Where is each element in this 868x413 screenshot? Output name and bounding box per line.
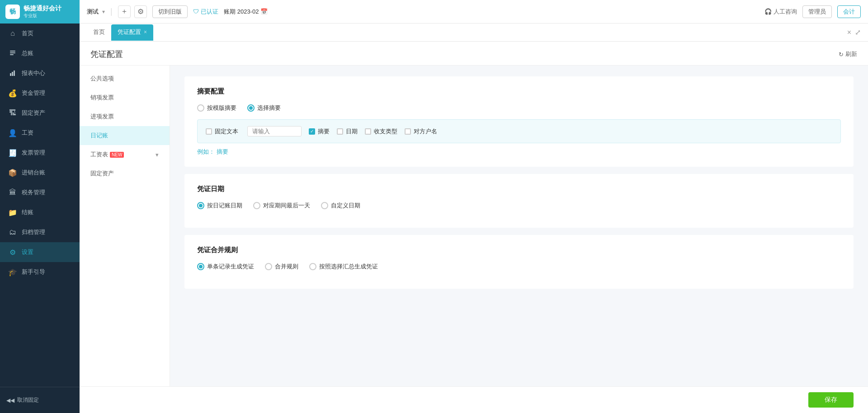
sidebar-item-label: 总账 bbox=[22, 49, 33, 57]
sidebar-item-ledger[interactable]: 总账 bbox=[0, 43, 80, 63]
cancel-pin-button[interactable]: ◀◀ 取消固定 bbox=[0, 392, 80, 408]
period-value: 2023-02 bbox=[237, 8, 259, 15]
page: 凭证配置 ↻ 刷新 公共选项 销项发票 进项发票 bbox=[80, 42, 868, 413]
consult-button[interactable]: 🎧 人工咨询 bbox=[764, 8, 797, 16]
date-section: 凭证日期 按日记账日期 对应期间最后一天 bbox=[184, 174, 854, 228]
sidebar-item-closing[interactable]: 📁 结账 bbox=[0, 202, 80, 222]
settings-button[interactable]: ⚙ bbox=[134, 5, 147, 18]
nav-item-fixed-assets-config[interactable]: 固定资产 bbox=[80, 164, 170, 183]
add-button[interactable]: ＋ bbox=[118, 5, 131, 18]
sidebar-item-purchase-sales[interactable]: 📦 进销台账 bbox=[0, 163, 80, 183]
radio-period-last-day[interactable]: 对应期间最后一天 bbox=[253, 202, 310, 210]
topbar-actions: ＋ ⚙ bbox=[118, 5, 147, 18]
tab-voucher-config[interactable]: 凭证配置 × bbox=[111, 24, 153, 41]
sidebar-item-label: 资金管理 bbox=[22, 89, 45, 97]
ledger-icon bbox=[8, 49, 17, 58]
fixed-text-input[interactable] bbox=[247, 126, 302, 136]
sidebar-item-archive[interactable]: 🗂 归档管理 bbox=[0, 222, 80, 242]
radio-diary-circle bbox=[197, 202, 204, 209]
sidebar-item-invoice[interactable]: 🧾 发票管理 bbox=[0, 143, 80, 163]
app-logo-icon: 畅 bbox=[5, 5, 20, 19]
summary-checkbox-row: 固定文本 摘要 日期 bbox=[197, 119, 841, 143]
refresh-button[interactable]: ↻ 刷新 bbox=[839, 50, 857, 58]
nav-item-public[interactable]: 公共选项 bbox=[80, 69, 170, 88]
sidebar-item-label: 税务管理 bbox=[22, 188, 45, 197]
nav-item-payroll[interactable]: 工资表NEW ▾ bbox=[80, 145, 170, 164]
tabbar-right: × ⤢ bbox=[847, 28, 861, 37]
date-radio-group: 按日记账日期 对应期间最后一天 自定义日期 bbox=[197, 202, 841, 210]
window-close-button[interactable]: × bbox=[847, 28, 851, 37]
shield-icon: 🛡 bbox=[193, 8, 199, 15]
sidebar-item-label: 首页 bbox=[22, 29, 33, 38]
sidebar-item-reports[interactable]: 报表中心 bbox=[0, 63, 80, 83]
checkbox-summary[interactable]: 摘要 bbox=[309, 127, 330, 136]
radio-custom-date[interactable]: 自定义日期 bbox=[321, 202, 360, 210]
project-name: 测试 bbox=[87, 8, 99, 16]
sidebar-item-guide[interactable]: 🎓 新手引导 bbox=[0, 262, 80, 282]
sidebar-item-tax[interactable]: 🏛 税务管理 bbox=[0, 183, 80, 202]
sidebar-item-capital[interactable]: 💰 资金管理 bbox=[0, 83, 80, 103]
svg-rect-1 bbox=[10, 52, 15, 53]
checkbox-date[interactable]: 日期 bbox=[337, 127, 358, 136]
tab-home[interactable]: 首页 bbox=[87, 24, 111, 41]
window-expand-button[interactable]: ⤢ bbox=[855, 28, 861, 37]
invoice-icon: 🧾 bbox=[8, 148, 17, 157]
date-title: 凭证日期 bbox=[197, 185, 841, 193]
sidebar-item-label: 进销台账 bbox=[22, 169, 45, 177]
save-bar: 保存 bbox=[80, 386, 868, 413]
radio-template-summary[interactable]: 按模版摘要 bbox=[197, 104, 236, 112]
topbar: 测试 ▾ | ＋ ⚙ 切到旧版 🛡 已认证 账期 2023-02 📅 🎧 人工咨… bbox=[80, 0, 868, 23]
settings-icon: ⚙ bbox=[8, 248, 17, 257]
radio-merge-rule[interactable]: 合并规则 bbox=[265, 263, 298, 271]
nav-item-diary[interactable]: 日记账 bbox=[80, 126, 170, 145]
role-button[interactable]: 会计 bbox=[837, 5, 861, 18]
radio-select-summary[interactable]: 选择摘要 bbox=[247, 104, 281, 112]
sidebar-item-label: 结账 bbox=[22, 208, 33, 216]
topbar-divider: | bbox=[110, 7, 113, 16]
checkbox-counterparty[interactable]: 对方户名 bbox=[405, 127, 437, 136]
sidebar-item-settings[interactable]: ⚙ 设置 bbox=[0, 242, 80, 262]
content-area: 凭证配置 ↻ 刷新 公共选项 销项发票 进项发票 bbox=[80, 42, 868, 413]
sidebar-logo: 畅 畅捷通好会计 专业版 bbox=[0, 0, 80, 23]
dropdown-icon: ▾ bbox=[102, 9, 105, 15]
tax-icon: 🏛 bbox=[8, 188, 17, 197]
summary-section: 摘要配置 按模版摘要 选择摘要 bbox=[184, 76, 854, 167]
checkbox-fixed-text-box bbox=[206, 128, 212, 135]
tab-close-icon[interactable]: × bbox=[144, 29, 147, 35]
sidebar-item-label: 新手引导 bbox=[22, 268, 45, 276]
checkbox-fixed-text[interactable]: 固定文本 bbox=[206, 127, 238, 136]
period-label: 账期 bbox=[224, 8, 236, 16]
save-button[interactable]: 保存 bbox=[808, 392, 854, 408]
reports-icon bbox=[8, 69, 17, 78]
app-edition: 专业版 bbox=[24, 13, 61, 19]
merge-title: 凭证合并规则 bbox=[197, 246, 841, 254]
topbar-right: 🎧 人工咨询 管理员 会计 bbox=[764, 5, 861, 18]
radio-diary-date[interactable]: 按日记账日期 bbox=[197, 202, 242, 210]
project-selector[interactable]: 测试 ▾ bbox=[87, 8, 105, 16]
switch-version-button[interactable]: 切到旧版 bbox=[152, 5, 188, 18]
archive-icon: 🗂 bbox=[8, 228, 17, 237]
pin-icon: ◀◀ bbox=[6, 397, 14, 404]
merge-radio-group: 单条记录生成凭证 合并规则 按照选择汇总生成凭证 bbox=[197, 263, 841, 271]
nav-item-sales-invoice[interactable]: 销项发票 bbox=[80, 88, 170, 107]
sidebar-item-fixed-assets[interactable]: 🏗 固定资产 bbox=[0, 103, 80, 123]
radio-aggregate-circle bbox=[309, 263, 316, 270]
svg-rect-3 bbox=[10, 73, 11, 76]
period-display: 账期 2023-02 📅 bbox=[224, 8, 268, 16]
page-header: 凭证配置 ↻ 刷新 bbox=[80, 42, 868, 66]
radio-aggregate[interactable]: 按照选择汇总生成凭证 bbox=[309, 263, 378, 271]
sidebar-item-label: 发票管理 bbox=[22, 149, 45, 157]
sidebar-item-home[interactable]: ⌂ 首页 bbox=[0, 23, 80, 43]
checkbox-income-type[interactable]: 收支类型 bbox=[365, 127, 397, 136]
radio-single-record[interactable]: 单条记录生成凭证 bbox=[197, 263, 254, 271]
radio-merge-circle bbox=[265, 263, 272, 270]
svg-rect-0 bbox=[10, 51, 15, 52]
user-button[interactable]: 管理员 bbox=[802, 5, 832, 18]
nav-item-purchase-invoice[interactable]: 进项发票 bbox=[80, 107, 170, 126]
certified-badge: 🛡 已认证 bbox=[193, 8, 218, 16]
home-icon: ⌂ bbox=[8, 29, 17, 38]
sidebar-item-label: 归档管理 bbox=[22, 228, 45, 236]
purchase-sales-icon: 📦 bbox=[8, 168, 17, 177]
sidebar-item-salary[interactable]: 👤 工资 bbox=[0, 123, 80, 143]
page-body: 公共选项 销项发票 进项发票 日记账 工资表NEW ▾ bbox=[80, 66, 868, 386]
